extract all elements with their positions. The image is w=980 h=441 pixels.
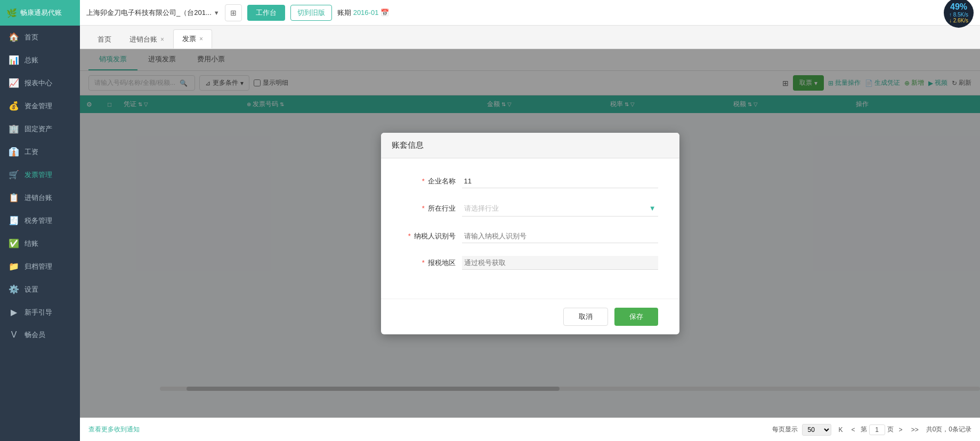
sidebar-item-label: 资金管理 [25, 101, 52, 111]
pagination: K < 第 1 页 > >> [836, 424, 922, 435]
save-button[interactable]: 保存 [614, 308, 658, 326]
sidebar-item-label: 税务管理 [25, 216, 52, 226]
sidebar: 🌿 畅康通易代账 🏠 首页 📊 总账 📈 报表中心 💰 资金管理 🏢 固定资产 … [0, 0, 80, 441]
tab-sales-ledger-label: 进销台账 [129, 35, 157, 44]
sidebar-item-guide[interactable]: ▶ 新手引导 [0, 301, 80, 324]
home-icon: 🏠 [9, 32, 19, 42]
last-page-button[interactable]: >> [908, 425, 922, 435]
tab-sales-ledger[interactable]: 进销台账 × [120, 30, 173, 49]
sidebar-item-label: 进销台账 [25, 193, 52, 203]
sidebar-item-salary[interactable]: 👔 工资 [0, 140, 80, 163]
speed-up: ↑ 8.5K/s [949, 12, 968, 18]
dialog-body: * 企业名称 * 所在行业 请选择行业 ▼ [381, 158, 679, 299]
cancel-button[interactable]: 取消 [563, 308, 608, 326]
sidebar-item-label: 发票管理 [25, 170, 52, 180]
dialog-title: 账套信息 [392, 140, 424, 149]
archive-icon: 📁 [9, 261, 19, 271]
sidebar-item-label: 报表中心 [25, 78, 52, 88]
sidebar-item-label: 设置 [25, 285, 38, 294]
sidebar-item-sales-ledger[interactable]: 📋 进销台账 [0, 186, 80, 209]
bottom-bar: 查看更多收到通知 每页显示 50 100 200 K < 第 1 页 > >> … [80, 418, 980, 441]
required-mark-4: * [422, 259, 425, 267]
company-selector[interactable]: 上海卯金刀电子科技有限公司_（台201... ▼ [86, 8, 220, 18]
tax-id-input[interactable] [462, 229, 658, 243]
enterprise-name-input[interactable] [462, 174, 658, 188]
company-name: 上海卯金刀电子科技有限公司_（台201... [86, 8, 212, 18]
page-label: 第 [861, 425, 867, 434]
industry-dropdown-icon: ▼ [649, 204, 656, 212]
period-label: 账期 [337, 8, 351, 18]
speed-indicator: 49% ↑ 8.5K/s ↓ 2.6K/s [944, 0, 974, 28]
member-icon: V [9, 330, 19, 340]
reports-icon: 📈 [9, 78, 19, 88]
sidebar-item-label: 固定资产 [25, 124, 52, 134]
total-info: 共0页，0条记录 [926, 425, 971, 434]
tab-invoice-label: 发票 [182, 34, 196, 44]
tax-id-row: * 纳税人识别号 [402, 229, 658, 243]
tab-home-label: 首页 [98, 35, 111, 44]
period-value: 2016-01 [353, 9, 379, 17]
tax-region-input [462, 256, 658, 270]
workstation-button[interactable]: 工作台 [247, 5, 285, 21]
finance-icon: 💰 [9, 101, 19, 111]
switch-old-button[interactable]: 切到旧版 [290, 5, 332, 21]
tab-sales-ledger-close[interactable]: × [160, 36, 164, 43]
close-accounts-icon: ✅ [9, 238, 19, 248]
sidebar-item-ledger[interactable]: 📊 总账 [0, 49, 80, 71]
footer-link[interactable]: 查看更多收到通知 [88, 425, 140, 434]
enterprise-name-label: * 企业名称 [402, 177, 456, 186]
sidebar-item-label: 畅会员 [25, 330, 45, 340]
prev-page-button[interactable]: < [848, 425, 858, 435]
sales-ledger-icon: 📋 [9, 193, 19, 203]
sidebar-item-home[interactable]: 🏠 首页 [0, 26, 80, 49]
modal-overlay: 账套信息 * 企业名称 * 所在行 [80, 49, 980, 418]
sidebar-item-member[interactable]: V 畅会员 [0, 324, 80, 346]
invoice-icon: 🛒 [9, 170, 19, 180]
tax-id-label: * 纳税人识别号 [402, 231, 456, 241]
sidebar-item-archive[interactable]: 📁 归档管理 [0, 255, 80, 278]
sidebar-item-label: 新手引导 [25, 308, 52, 317]
industry-row: * 所在行业 请选择行业 ▼ [402, 201, 658, 217]
sidebar-item-settings[interactable]: ⚙️ 设置 [0, 278, 80, 301]
tax-region-row: * 报税地区 [402, 256, 658, 270]
sidebar-logo-text: 畅康通易代账 [20, 8, 62, 18]
logo-icon: 🌿 [6, 8, 17, 18]
company-settings-button[interactable]: ⊞ [225, 4, 242, 21]
sidebar-item-label: 首页 [25, 33, 38, 42]
sidebar-item-label: 归档管理 [25, 262, 52, 271]
required-mark-3: * [408, 232, 411, 240]
page-suffix: 页 [887, 425, 894, 434]
sidebar-item-invoice[interactable]: 🛒 发票管理 [0, 163, 80, 186]
required-mark-2: * [422, 204, 425, 212]
sidebar-item-close-accounts[interactable]: ✅ 结账 [0, 232, 80, 255]
next-page-button[interactable]: > [896, 425, 906, 435]
industry-placeholder: 请选择行业 [464, 204, 499, 213]
sidebar-item-tax[interactable]: 🧾 税务管理 [0, 209, 80, 232]
per-page-label: 每页显示 [772, 425, 798, 434]
settings-small-icon: ⊞ [230, 9, 237, 17]
company-dropdown-icon[interactable]: ▼ [214, 10, 220, 16]
sidebar-item-reports[interactable]: 📈 报表中心 [0, 71, 80, 94]
sidebar-logo: 🌿 畅康通易代账 [0, 0, 80, 26]
tab-home[interactable]: 首页 [88, 30, 120, 49]
sidebar-item-assets[interactable]: 🏢 固定资产 [0, 117, 80, 140]
first-page-button[interactable]: K [836, 425, 846, 435]
calendar-icon[interactable]: 📅 [380, 9, 389, 17]
settings-icon: ⚙️ [9, 284, 19, 294]
industry-label: * 所在行业 [402, 204, 456, 213]
per-page-select[interactable]: 50 100 200 [802, 424, 831, 436]
speed-percent: 49% [950, 2, 967, 12]
current-page[interactable]: 1 [869, 424, 885, 435]
tax-region-label: * 报税地区 [402, 258, 456, 268]
assets-icon: 🏢 [9, 124, 19, 134]
tab-bar: 首页 进销台账 × 发票 × [80, 26, 980, 49]
enterprise-name-row: * 企业名称 [402, 174, 658, 188]
topbar: 上海卯金刀电子科技有限公司_（台201... ▼ ⊞ 工作台 切到旧版 账期 2… [80, 0, 980, 26]
salary-icon: 👔 [9, 147, 19, 157]
tab-invoice-close[interactable]: × [199, 35, 203, 43]
industry-select[interactable]: 请选择行业 ▼ [462, 201, 658, 217]
sidebar-item-finance[interactable]: 💰 资金管理 [0, 94, 80, 117]
sidebar-item-label: 总账 [25, 55, 38, 65]
tab-invoice[interactable]: 发票 × [173, 29, 212, 49]
dialog-header: 账套信息 [381, 133, 679, 158]
